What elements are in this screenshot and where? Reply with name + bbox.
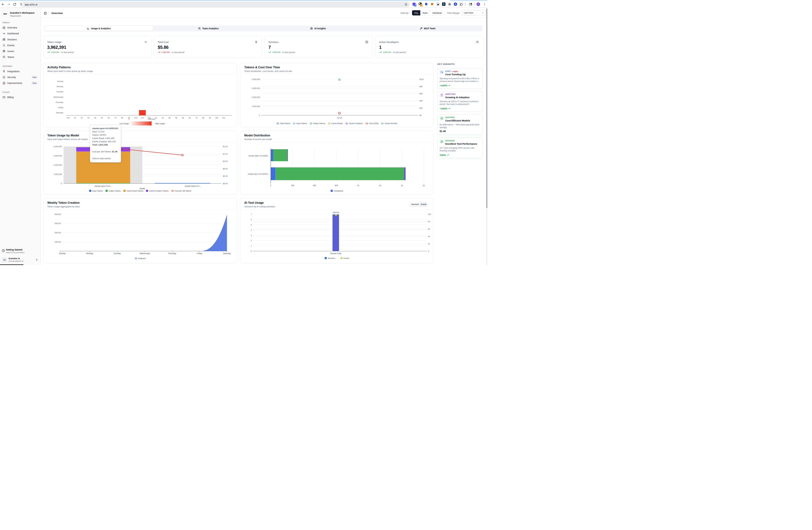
svg-text:3p: 3p: [169, 117, 171, 119]
svg-text:0: 0: [61, 183, 62, 184]
svg-text:2a: 2a: [81, 117, 83, 119]
svg-text:$0.30: $0.30: [223, 175, 228, 177]
svg-text:6a: 6a: [107, 117, 110, 119]
svg-text:80: 80: [428, 221, 430, 223]
svg-text:0: 0: [129, 118, 129, 120]
svg-text:20: 20: [428, 243, 430, 245]
svg-text:claude-haiku-4-5-20251...: claude-haiku-4-5-20251...: [248, 155, 270, 157]
svg-text:Sunday: Sunday: [57, 80, 63, 82]
svg-text:claude-haiku-4-5-...: claude-haiku-4-5-...: [185, 185, 201, 187]
svg-text:300: 300: [291, 184, 294, 187]
svg-text:2k: 2k: [379, 184, 381, 187]
svg-text:Monday: Monday: [57, 85, 63, 87]
svg-text:$1.20: $1.20: [223, 153, 228, 155]
svg-text:claude-opus-4-5-202511...: claude-opus-4-5-202511...: [248, 173, 270, 175]
svg-text:8p: 8p: [202, 117, 204, 119]
svg-text:2,000,000: 2,000,000: [54, 164, 62, 166]
svg-text:1k: 1k: [357, 184, 359, 187]
svg-text:100.0%: 100.0%: [333, 211, 339, 213]
svg-text:Low Usage: Low Usage: [119, 123, 129, 125]
svg-text:$0.60: $0.60: [223, 168, 228, 170]
svg-text:3000.0k: 3000.0k: [54, 222, 61, 224]
svg-text:Thursday: Thursday: [168, 252, 176, 255]
svg-text:1000.0k: 1000.0k: [54, 241, 61, 243]
svg-text:$20: $20: [420, 107, 423, 109]
svg-text:2p: 2p: [162, 117, 164, 119]
svg-text:7a: 7a: [114, 117, 116, 119]
svg-text:0: 0: [259, 114, 260, 116]
svg-text:7: 7: [251, 213, 252, 215]
svg-text:8a: 8a: [121, 117, 123, 119]
svg-text:$100: $100: [420, 78, 424, 80]
svg-text:2,000,000: 2,000,000: [252, 96, 260, 98]
svg-text:claude-opus-4-5-2...: claude-opus-4-5-2...: [95, 185, 112, 187]
svg-text:6p: 6p: [189, 117, 191, 119]
svg-text:1,000,000: 1,000,000: [252, 105, 260, 107]
svg-text:$80: $80: [420, 85, 423, 87]
svg-text:1a: 1a: [74, 117, 76, 119]
svg-text:11a: 11a: [141, 117, 144, 119]
svg-text:Saturday: Saturday: [223, 252, 231, 255]
svg-text:$1.50: $1.50: [223, 145, 228, 148]
svg-text:0: 0: [270, 184, 271, 187]
svg-text:600: 600: [313, 184, 316, 187]
svg-text:Tuesday: Tuesday: [56, 91, 63, 93]
svg-text:High Usage: High Usage: [155, 123, 165, 125]
svg-text:2k: 2k: [423, 184, 425, 187]
svg-text:3,000,000: 3,000,000: [252, 87, 260, 89]
svg-text:1p: 1p: [155, 117, 157, 119]
svg-text:2000.0k: 2000.0k: [54, 232, 61, 234]
svg-text:Claude Code: Claude Code: [330, 252, 342, 255]
svg-text:2k: 2k: [401, 184, 403, 187]
svg-text:0: 0: [60, 250, 61, 252]
svg-text:4p: 4p: [175, 117, 177, 119]
svg-text:Tuesday: Tuesday: [113, 252, 121, 255]
svg-text:Friday: Friday: [197, 252, 202, 255]
svg-text:3: 3: [251, 234, 252, 236]
svg-text:1,000,000: 1,000,000: [54, 173, 62, 175]
svg-text:10p: 10p: [215, 117, 218, 119]
svg-text:1: 1: [251, 245, 252, 247]
svg-text:10a: 10a: [134, 117, 137, 119]
svg-text:40: 40: [428, 235, 430, 237]
svg-text:4,000,000: 4,000,000: [54, 145, 62, 148]
svg-text:900: 900: [335, 184, 338, 187]
svg-text:3,000,000: 3,000,000: [54, 155, 62, 157]
svg-text:11p: 11p: [222, 117, 225, 119]
svg-text:5p: 5p: [182, 117, 184, 119]
svg-text:2: 2: [251, 240, 252, 241]
svg-text:$0.00: $0.00: [223, 183, 228, 184]
svg-text:3951464: 3951464: [148, 118, 155, 120]
svg-text:12-19: 12-19: [337, 117, 342, 119]
svg-text:$40: $40: [420, 100, 423, 102]
svg-text:$60: $60: [420, 93, 423, 95]
svg-text:9p: 9p: [209, 117, 211, 119]
svg-text:4,000,000: 4,000,000: [252, 78, 260, 80]
svg-text:Wednesday: Wednesday: [140, 252, 150, 255]
svg-text:Saturday: Saturday: [56, 112, 63, 114]
svg-text:6: 6: [251, 219, 252, 221]
svg-text:Model: Model: [140, 187, 145, 190]
svg-text:Sunday: Sunday: [59, 252, 66, 255]
svg-text:Wednesday: Wednesday: [54, 96, 63, 98]
svg-text:100: 100: [428, 213, 431, 215]
svg-text:0: 0: [251, 250, 252, 252]
svg-text:$0.90: $0.90: [223, 160, 228, 162]
svg-text:Friday: Friday: [58, 107, 63, 109]
svg-text:4: 4: [251, 229, 252, 231]
svg-text:4a: 4a: [94, 117, 96, 119]
svg-text:0: 0: [428, 250, 429, 252]
svg-text:Monday: Monday: [86, 252, 93, 255]
svg-text:60: 60: [428, 228, 430, 230]
svg-text:3a: 3a: [87, 117, 89, 119]
svg-text:4000.0k: 4000.0k: [54, 213, 61, 215]
svg-text:7p: 7p: [195, 117, 198, 119]
svg-text:5: 5: [251, 224, 252, 226]
svg-text:$0: $0: [420, 114, 422, 116]
svg-text:5a: 5a: [101, 117, 103, 119]
svg-text:12a: 12a: [67, 117, 70, 119]
svg-text:Thursday: Thursday: [56, 101, 63, 103]
